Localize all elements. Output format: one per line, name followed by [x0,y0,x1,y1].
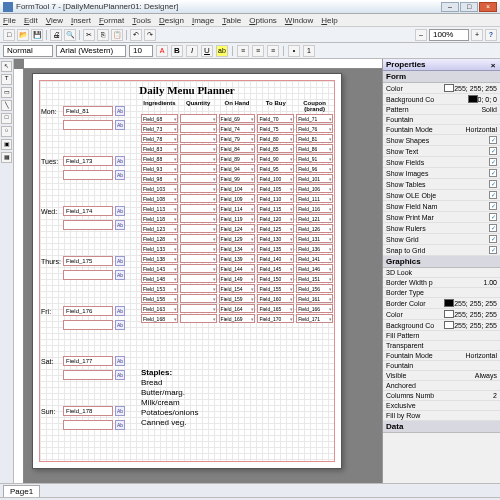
property-row[interactable]: Transparent [383,341,500,351]
day-field[interactable]: Field_175 [63,256,113,266]
table-cell[interactable]: Field_68 [141,114,178,123]
table-cell[interactable]: Field_144 [219,264,256,273]
table-cell[interactable]: Field_168 [141,314,178,323]
zoom-out-icon[interactable]: – [415,29,427,41]
property-row[interactable]: Fountain [383,361,500,371]
day-field[interactable]: Field_174 [63,206,113,216]
table-cell[interactable]: Field_89 [219,154,256,163]
table-cell[interactable]: Field_100 [257,174,294,183]
property-row[interactable]: Color255; 255; 255 [383,83,500,94]
field-edit-icon[interactable]: Ab [115,270,125,280]
zoom-combo[interactable]: 100% [429,29,469,41]
table-cell[interactable]: Field_90 [257,154,294,163]
table-cell[interactable]: Field_150 [257,274,294,283]
day-field[interactable]: Field_178 [63,406,113,416]
table-cell[interactable] [180,174,217,183]
table-cell[interactable]: Field_71 [296,114,333,123]
table-cell[interactable]: Field_96 [296,164,333,173]
day-field[interactable] [63,320,113,330]
undo-icon[interactable]: ↶ [130,29,142,41]
table-cell[interactable]: Field_118 [141,214,178,223]
page[interactable]: Daily Menu Planner Mon:Field_81AbAbTues:… [32,73,342,469]
table-cell[interactable]: Field_163 [141,304,178,313]
field-edit-icon[interactable]: Ab [115,120,125,130]
minimize-button[interactable]: – [441,2,459,12]
table-cell[interactable]: Field_85 [257,144,294,153]
table-cell[interactable]: Field_119 [219,214,256,223]
table-cell[interactable]: Field_109 [219,194,256,203]
day-field[interactable]: Field_81 [63,106,113,116]
preview-icon[interactable]: 🔍 [64,29,76,41]
cut-icon[interactable]: ✂ [83,29,95,41]
menu-design[interactable]: Design [159,16,184,25]
table-cell[interactable]: Field_134 [219,244,256,253]
table-cell[interactable] [180,244,217,253]
table-cell[interactable]: Field_76 [296,124,333,133]
canvas[interactable]: Daily Menu Planner Mon:Field_81AbAbTues:… [14,59,382,483]
table-cell[interactable]: Field_153 [141,284,178,293]
table-cell[interactable]: Field_155 [257,284,294,293]
table-cell[interactable]: Field_114 [219,204,256,213]
redo-icon[interactable]: ↷ [144,29,156,41]
table-cell[interactable] [180,304,217,313]
underline-icon[interactable]: U [201,45,213,57]
property-row[interactable]: Show Fields✓ [383,157,500,168]
table-cell[interactable]: Field_93 [141,164,178,173]
font-color-icon[interactable]: A [156,45,168,57]
property-row[interactable]: Border Color255; 255; 255 [383,298,500,309]
property-row[interactable]: Background Co0; 0; 0 [383,94,500,105]
image-tool-icon[interactable]: ▣ [1,139,12,150]
table-cell[interactable]: Field_131 [296,234,333,243]
table-cell[interactable] [180,184,217,193]
table-cell[interactable]: Field_170 [257,314,294,323]
paste-icon[interactable]: 📋 [111,29,123,41]
field-edit-icon[interactable]: Ab [115,256,125,266]
table-cell[interactable] [180,204,217,213]
field-edit-icon[interactable]: Ab [115,156,125,166]
table-cell[interactable]: Field_154 [219,284,256,293]
table-cell[interactable]: Field_91 [296,154,333,163]
table-cell[interactable]: Field_141 [296,254,333,263]
table-cell[interactable]: Field_156 [296,284,333,293]
table-cell[interactable]: Field_165 [257,304,294,313]
table-cell[interactable]: Field_148 [141,274,178,283]
close-panel-icon[interactable]: × [489,61,497,69]
pointer-tool-icon[interactable]: ↖ [1,61,12,72]
table-cell[interactable] [180,284,217,293]
new-icon[interactable]: □ [3,29,15,41]
bold-icon[interactable]: B [171,45,183,57]
field-edit-icon[interactable]: Ab [115,356,125,366]
day-field[interactable] [63,170,113,180]
day-field[interactable]: Field_177 [63,356,113,366]
field-edit-icon[interactable]: Ab [115,406,125,416]
property-row[interactable]: VisibleAlways [383,371,500,381]
table-cell[interactable]: Field_125 [257,224,294,233]
table-cell[interactable]: Field_115 [257,204,294,213]
table-cell[interactable] [180,114,217,123]
table-cell[interactable]: Field_94 [219,164,256,173]
property-row[interactable]: Show Images✓ [383,168,500,179]
menu-format[interactable]: Format [99,16,124,25]
section-graphics[interactable]: Graphics [383,256,500,268]
table-cell[interactable] [180,134,217,143]
table-tool-icon[interactable]: ▦ [1,152,12,163]
table-cell[interactable] [180,314,217,323]
close-button[interactable]: × [479,2,497,12]
table-cell[interactable]: Field_106 [296,184,333,193]
properties-header[interactable]: Properties × [383,59,500,71]
bullets-icon[interactable]: • [288,45,300,57]
table-cell[interactable] [180,294,217,303]
property-row[interactable]: Columns Numb2 [383,391,500,401]
property-row[interactable]: Exclusive [383,401,500,411]
table-cell[interactable] [180,274,217,283]
property-row[interactable]: PatternSolid [383,105,500,115]
property-row[interactable]: Show Shapes✓ [383,135,500,146]
table-cell[interactable]: Field_129 [219,234,256,243]
tab-page1[interactable]: Page1 [3,485,40,497]
size-combo[interactable]: 10 [129,45,153,57]
property-row[interactable]: Show Grid✓ [383,234,500,245]
table-cell[interactable]: Field_95 [257,164,294,173]
table-cell[interactable] [180,264,217,273]
property-row[interactable]: Show Print Mar✓ [383,212,500,223]
table-cell[interactable] [180,154,217,163]
